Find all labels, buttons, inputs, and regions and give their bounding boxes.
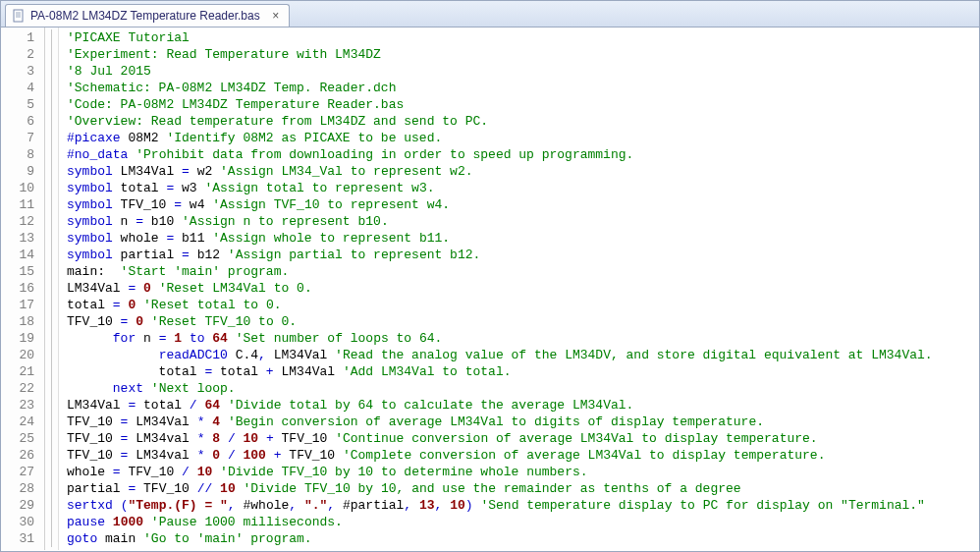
line-number: 6 <box>1 113 34 130</box>
fold-marker <box>45 347 58 363</box>
code-line[interactable]: LM34Val = 0 'Reset LM34Val to 0. <box>67 280 979 297</box>
fold-marker <box>45 29 58 46</box>
tab-bar: PA-08M2 LM34DZ Temperature Reader.bas × <box>1 1 979 28</box>
code-line[interactable]: TFV_10 = LM34val * 0 / 100 + TFV_10 'Com… <box>67 447 979 464</box>
code-line[interactable]: total = 0 'Reset total to 0. <box>67 297 979 313</box>
fold-marker <box>45 380 58 397</box>
tab-title: PA-08M2 LM34DZ Temperature Reader.bas <box>30 9 260 23</box>
code-line[interactable]: whole = TFV_10 / 10 'Divide TFV_10 by 10… <box>67 464 979 480</box>
line-number: 19 <box>1 330 34 347</box>
fold-marker <box>45 113 58 130</box>
file-icon <box>12 9 26 23</box>
code-line[interactable]: pause 1000 'Pause 1000 milliseconds. <box>67 514 979 530</box>
line-number: 22 <box>1 380 34 397</box>
line-number: 4 <box>1 80 34 96</box>
code-line[interactable]: TFV_10 = LM34Val * 4 'Begin conversion o… <box>67 414 979 430</box>
fold-marker <box>45 464 58 480</box>
line-number-gutter: 1234567891011121314151617181920212223242… <box>1 28 45 550</box>
fold-marker <box>45 497 58 514</box>
code-area[interactable]: 'PICAXE Tutorial'Experiment: Read Temper… <box>59 28 979 550</box>
line-number: 30 <box>1 514 34 530</box>
line-number: 23 <box>1 397 34 414</box>
close-icon[interactable]: × <box>269 9 283 23</box>
fold-marker <box>45 196 58 213</box>
fold-marker <box>45 80 58 96</box>
line-number: 18 <box>1 313 34 330</box>
fold-marker <box>45 46 58 63</box>
fold-marker <box>45 230 58 247</box>
code-line[interactable]: #no_data 'Prohibit data from downloading… <box>67 146 979 163</box>
line-number: 5 <box>1 96 34 113</box>
line-number: 29 <box>1 497 34 514</box>
line-number: 12 <box>1 213 34 230</box>
fold-marker <box>45 514 58 530</box>
line-number: 2 <box>1 46 34 63</box>
fold-marker <box>45 447 58 464</box>
fold-marker <box>45 313 58 330</box>
code-line[interactable]: next 'Next loop. <box>67 380 979 397</box>
code-line[interactable]: '8 Jul 2015 <box>67 63 979 80</box>
fold-marker <box>45 163 58 180</box>
code-line[interactable]: TFV_10 = 0 'Reset TFV_10 to 0. <box>67 313 979 330</box>
line-number: 7 <box>1 130 34 146</box>
fold-marker <box>45 146 58 163</box>
fold-column <box>45 28 59 550</box>
line-number: 1 <box>1 29 34 46</box>
code-line[interactable]: total = total + LM34Val 'Add LM34Val to … <box>67 363 979 380</box>
code-line[interactable]: main: 'Start 'main' program. <box>67 263 979 280</box>
file-tab[interactable]: PA-08M2 LM34DZ Temperature Reader.bas × <box>5 4 290 27</box>
code-line[interactable]: 'Code: PA-08M2 LM34DZ Temperature Reader… <box>67 96 979 113</box>
code-line[interactable]: 'Schematic: PA-08M2 LM34DZ Temp. Reader.… <box>67 80 979 96</box>
code-line[interactable]: 'Experiment: Read Temperature with LM34D… <box>67 46 979 63</box>
line-number: 24 <box>1 414 34 430</box>
fold-marker <box>45 480 58 497</box>
code-line[interactable]: LM34Val = total / 64 'Divide total by 64… <box>67 397 979 414</box>
line-number: 10 <box>1 180 34 196</box>
code-line[interactable]: sertxd ("Temp.(F) = ", #whole, ".", #par… <box>67 497 979 514</box>
fold-marker <box>45 63 58 80</box>
line-number: 3 <box>1 63 34 80</box>
code-line[interactable]: readADC10 C.4, LM34Val 'Read the analog … <box>67 347 979 363</box>
code-line[interactable]: partial = TFV_10 // 10 'Divide TFV_10 by… <box>67 480 979 497</box>
line-number: 31 <box>1 530 34 547</box>
code-line[interactable]: for n = 1 to 64 'Set number of loops to … <box>67 330 979 347</box>
fold-marker <box>45 330 58 347</box>
line-number: 15 <box>1 263 34 280</box>
fold-marker <box>45 263 58 280</box>
line-number: 16 <box>1 280 34 297</box>
fold-marker <box>45 213 58 230</box>
svg-rect-0 <box>14 10 23 22</box>
fold-marker <box>45 414 58 430</box>
fold-marker <box>45 430 58 447</box>
code-line[interactable]: 'Overview: Read temperature from LM34DZ … <box>67 113 979 130</box>
line-number: 28 <box>1 480 34 497</box>
code-line[interactable]: symbol TFV_10 = w4 'Assign TVF_10 to rep… <box>67 196 979 213</box>
fold-marker <box>45 397 58 414</box>
code-line[interactable]: symbol LM34Val = w2 'Assign LM34_Val to … <box>67 163 979 180</box>
line-number: 9 <box>1 163 34 180</box>
fold-marker <box>45 96 58 113</box>
code-line[interactable]: TFV_10 = LM34val * 8 / 10 + TFV_10 'Cont… <box>67 430 979 447</box>
code-line[interactable]: goto main 'Go to 'main' program. <box>67 530 979 547</box>
code-line[interactable]: 'PICAXE Tutorial <box>67 29 979 46</box>
fold-marker <box>45 530 58 547</box>
fold-marker <box>45 297 58 313</box>
line-number: 26 <box>1 447 34 464</box>
line-number: 17 <box>1 297 34 313</box>
line-number: 8 <box>1 146 34 163</box>
line-number: 13 <box>1 230 34 247</box>
fold-marker <box>45 280 58 297</box>
line-number: 14 <box>1 247 34 263</box>
fold-marker <box>45 247 58 263</box>
code-line[interactable]: symbol total = w3 'Assign total to repre… <box>67 180 979 196</box>
fold-marker <box>45 363 58 380</box>
line-number: 27 <box>1 464 34 480</box>
fold-marker <box>45 130 58 146</box>
code-line[interactable]: #picaxe 08M2 'Identify 08M2 as PICAXE to… <box>67 130 979 146</box>
code-line[interactable]: symbol partial = b12 'Assign partial to … <box>67 247 979 263</box>
line-number: 21 <box>1 363 34 380</box>
code-line[interactable]: symbol n = b10 'Assign n to represent b1… <box>67 213 979 230</box>
editor: 1234567891011121314151617181920212223242… <box>1 28 979 550</box>
code-line[interactable]: symbol whole = b11 'Assign whole to repr… <box>67 230 979 247</box>
line-number: 11 <box>1 196 34 213</box>
